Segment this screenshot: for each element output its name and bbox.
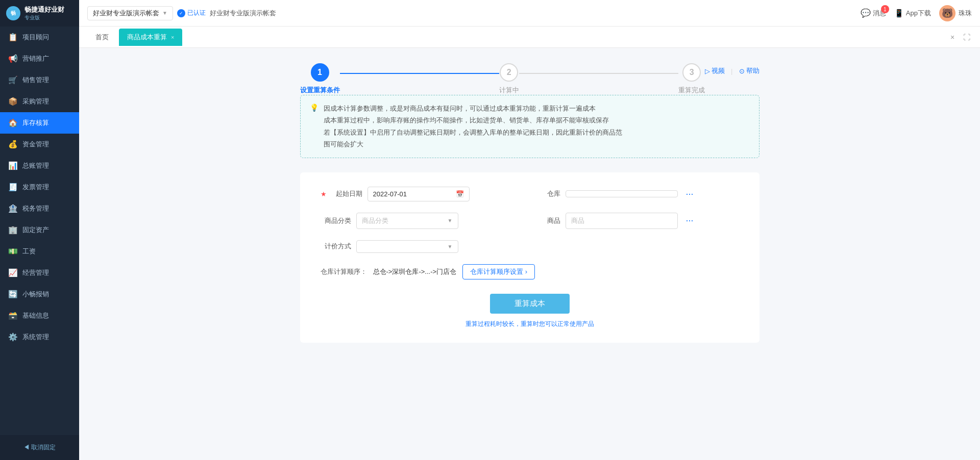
verified-icon: ✓ <box>177 9 185 17</box>
sidebar-icon-operation: 📈 <box>8 268 17 277</box>
tabbar: 首页 商品成本重算 × × ⛶ <box>79 27 980 48</box>
warehouse-order-value: 总仓->深圳仓库->...->门店仓 <box>373 267 457 276</box>
chevron-down-icon: ▼ <box>448 244 453 249</box>
sidebar-item-marketing[interactable]: 📢 营销推广 <box>0 48 79 69</box>
start-date-label: 起始日期 <box>332 189 362 198</box>
form-row-3: 计价方式 ▼ <box>321 240 739 253</box>
tab-home[interactable]: 首页 <box>87 29 117 46</box>
video-link[interactable]: ▷ 视频 <box>705 66 725 75</box>
sidebar-icon-expense: 🔄 <box>8 290 17 299</box>
sidebar-icon-purchase: 📦 <box>8 97 17 106</box>
help-link[interactable]: ⊙ 帮助 <box>739 66 760 75</box>
expand-window-button[interactable]: ⛶ <box>962 32 972 42</box>
app-download-button[interactable]: 📱 App下载 <box>894 9 931 18</box>
stepper-help: ▷ 视频 | ⊙ 帮助 <box>705 63 759 75</box>
form-row-1: ★ 起始日期 2022-07-01 📅 仓库 ··· <box>321 187 739 201</box>
start-date-input[interactable]: 2022-07-01 📅 <box>368 187 470 201</box>
sidebar-icon-marketing: 📢 <box>8 54 17 63</box>
sidebar-label-tax: 税务管理 <box>22 204 49 213</box>
main-area: 好业财专业版演示帐套 ▼ ✓ 已认证 好业财专业版演示帐套 💬 消息 1 📱 A… <box>79 0 980 460</box>
cancel-fixed-button[interactable]: ◀ 取消固定 <box>0 439 79 456</box>
sidebar-item-project[interactable]: 📋 项目顾问 <box>0 27 79 48</box>
chevron-down-icon: ▼ <box>448 218 453 223</box>
sidebar-label-salary: 工资 <box>22 247 36 256</box>
notice-text: 因成本计算参数调整，或是对商品成本有疑问时，可以通过成本重算功能，重新计算一遍成… <box>324 103 622 150</box>
warehouse-order-settings-button[interactable]: 仓库计算顺序设置 › <box>462 264 535 279</box>
sidebar-scroll: 📋 项目顾问 📢 营销推广 🛒 销售管理 📦 采购管理 🏠 库存核算 💰 资金管… <box>0 27 79 435</box>
tab-cost-recalc[interactable]: 商品成本重算 × <box>119 29 182 46</box>
sidebar-label-accounting: 总账管理 <box>22 161 49 170</box>
sidebar-item-finance[interactable]: 💰 资金管理 <box>0 134 79 155</box>
sidebar-label-operation: 经营管理 <box>22 268 49 277</box>
sidebar-label-invoice: 发票管理 <box>22 183 49 192</box>
warehouse-dots-icon[interactable]: ··· <box>683 189 697 199</box>
message-icon: 💬 <box>861 8 871 18</box>
sidebar-icon-system: ⚙️ <box>8 333 17 342</box>
sidebar-icon-basic: 🗃️ <box>8 311 17 320</box>
sidebar-item-basic[interactable]: 🗃️ 基础信息 <box>0 305 79 326</box>
play-icon: ▷ <box>705 67 710 75</box>
topbar: 好业财专业版演示帐套 ▼ ✓ 已认证 好业财专业版演示帐套 💬 消息 1 📱 A… <box>79 0 980 27</box>
message-badge: 1 <box>881 5 889 13</box>
sidebar-item-salary[interactable]: 💵 工资 <box>0 241 79 262</box>
sidebar-item-operation[interactable]: 📈 经营管理 <box>0 262 79 284</box>
sidebar-item-sales[interactable]: 🛒 销售管理 <box>0 69 79 91</box>
topbar-left: 好业财专业版演示帐套 ▼ ✓ 已认证 好业财专业版演示帐套 <box>87 6 276 20</box>
calc-note: 重算过程耗时较长，重算时您可以正常使用产品 <box>321 320 739 328</box>
account-selector[interactable]: 好业财专业版演示帐套 ▼ <box>87 6 173 20</box>
step-1: 1 设置重算条件 <box>300 63 340 95</box>
message-button[interactable]: 💬 消息 1 <box>861 8 886 18</box>
sidebar-item-assets[interactable]: 🏢 固定资产 <box>0 219 79 241</box>
window-controls: × ⛶ <box>947 32 972 42</box>
form-row-2: 商品分类 商品分类 ▼ 商品 商品 ··· <box>321 213 739 229</box>
price-method-select[interactable]: ▼ <box>356 240 458 253</box>
sidebar-brand-name: 畅捷通好业财 <box>24 5 64 14</box>
sidebar-item-invoice[interactable]: 🧾 发票管理 <box>0 176 79 198</box>
calendar-icon: 📅 <box>456 190 464 198</box>
form-section: ★ 起始日期 2022-07-01 📅 仓库 ··· <box>300 172 760 343</box>
recalc-cost-button[interactable]: 重算成本 <box>490 294 570 314</box>
account-name-display: 好业财专业版演示帐套 <box>210 9 276 18</box>
product-input[interactable]: 商品 <box>566 213 678 229</box>
notice-box: 💡 因成本计算参数调整，或是对商品成本有疑问时，可以通过成本重算功能，重新计算一… <box>300 95 760 158</box>
category-select[interactable]: 商品分类 ▼ <box>356 213 458 229</box>
sidebar-item-tax[interactable]: 🏦 税务管理 <box>0 198 79 219</box>
user-avatar: 🐻 <box>939 5 955 21</box>
step-2: 2 计算中 <box>499 63 519 95</box>
stepper-steps: 1 设置重算条件 2 计算中 3 重算完成 <box>300 63 705 95</box>
help-icon: ⊙ <box>739 67 745 75</box>
sidebar-icon-finance: 💰 <box>8 140 17 149</box>
warehouse-input[interactable] <box>566 190 678 197</box>
sidebar-item-expense[interactable]: 🔄 小畅报销 <box>0 284 79 305</box>
category-field: 商品分类 商品分类 ▼ <box>321 213 530 229</box>
close-window-button[interactable]: × <box>947 32 958 42</box>
step-line-1 <box>340 73 499 74</box>
sidebar-label-finance: 资金管理 <box>22 140 49 149</box>
sidebar-label-assets: 固定资产 <box>22 225 49 235</box>
sidebar-bottom: ◀ 取消固定 <box>0 435 79 460</box>
price-method-label: 计价方式 <box>321 242 351 251</box>
product-label: 商品 <box>530 216 560 225</box>
step-3: 3 重算完成 <box>678 63 705 95</box>
product-dots-icon[interactable]: ··· <box>683 215 697 226</box>
sidebar-item-purchase[interactable]: 📦 采购管理 <box>0 91 79 112</box>
sidebar-label-marketing: 营销推广 <box>22 54 49 63</box>
warehouse-field: 仓库 ··· <box>530 189 739 199</box>
user-profile[interactable]: 🐻 珠珠 <box>939 5 972 21</box>
start-date-field: ★ 起始日期 2022-07-01 📅 <box>321 187 530 201</box>
tab-close-icon[interactable]: × <box>171 34 174 40</box>
sidebar-item-system[interactable]: ⚙️ 系统管理 <box>0 326 79 348</box>
step-1-circle: 1 <box>311 63 329 82</box>
sidebar-icon-accounting: 📊 <box>8 161 17 170</box>
sidebar-item-inventory[interactable]: 🏠 库存核算 <box>0 112 79 134</box>
sidebar-icon-sales: 🛒 <box>8 75 17 85</box>
sidebar-icon-inventory: 🏠 <box>8 118 17 127</box>
notice-icon: 💡 <box>310 104 318 150</box>
sidebar-header: 畅 畅捷通好业财 专业版 <box>0 0 79 27</box>
sidebar-item-accounting[interactable]: 📊 总账管理 <box>0 155 79 176</box>
warehouse-label: 仓库 <box>530 189 560 198</box>
step-2-label: 计算中 <box>499 86 519 95</box>
product-field: 商品 商品 ··· <box>530 213 739 229</box>
sidebar-label-expense: 小畅报销 <box>22 290 49 299</box>
sidebar-icon-tax: 🏦 <box>8 204 17 213</box>
